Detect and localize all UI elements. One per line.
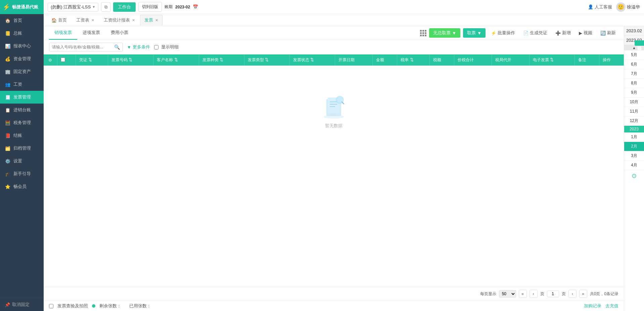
month-2022-10[interactable]: 10月 bbox=[624, 98, 644, 107]
month-2022-11[interactable]: 11月 bbox=[624, 107, 644, 116]
month-2022-8[interactable]: 8月 bbox=[624, 79, 644, 88]
topbar: (勿删) 江西股宝-LSS ▼ ⧉ 工作台 切到旧版 账期 2023-02 📅 … bbox=[44, 0, 644, 14]
sort-icon: ⇅ bbox=[174, 57, 178, 62]
pagination: 每页显示 50 100 200 « ‹ 页 页 › » 共0页，0条记录 bbox=[44, 287, 624, 301]
col-tax[interactable]: 税额 bbox=[429, 54, 454, 66]
sidebar-item-tax[interactable]: 🧮 税务管理 bbox=[0, 116, 44, 129]
grid-view-icon[interactable] bbox=[420, 30, 426, 36]
get-invoice-button[interactable]: 取票 ▼ bbox=[463, 28, 486, 38]
empty-text: 暂无数据 bbox=[325, 123, 342, 129]
month-2023-3[interactable]: 3月 bbox=[624, 151, 644, 161]
last-page-button[interactable]: » bbox=[579, 290, 587, 298]
show-detail-check[interactable] bbox=[154, 45, 158, 49]
subtab-purchase-invoice[interactable]: 进项发票 bbox=[77, 26, 105, 40]
sort-icon: ⇅ bbox=[310, 57, 314, 62]
go-purchase-link[interactable]: 去充值 bbox=[605, 303, 618, 309]
calendar-icon[interactable]: 📅 bbox=[193, 4, 198, 9]
month-2022-7[interactable]: 7月 bbox=[624, 69, 644, 79]
page-input[interactable] bbox=[547, 290, 559, 297]
col-settings[interactable]: ⚙ bbox=[44, 54, 57, 66]
tab-salary[interactable]: 工资表 ✕ bbox=[72, 15, 99, 25]
tab-salary-report-close[interactable]: ✕ bbox=[132, 18, 135, 23]
tab-invoice-close[interactable]: ✕ bbox=[155, 18, 158, 23]
search-input[interactable] bbox=[52, 45, 112, 49]
more-filters-button[interactable]: ▼ 更多条件 bbox=[127, 44, 150, 50]
switch-version-button[interactable]: 切到旧版 bbox=[138, 2, 162, 12]
col-tax-rate[interactable]: 税率 ⇅ bbox=[397, 54, 429, 66]
invoice-check-checkbox[interactable] bbox=[49, 304, 53, 308]
month-2022-9[interactable]: 9月 bbox=[624, 88, 644, 98]
sidebar-item-ledger[interactable]: 📒 总账 bbox=[0, 27, 44, 40]
month-2022-6[interactable]: 6月 bbox=[624, 60, 644, 69]
copy-button[interactable]: ⧉ bbox=[101, 2, 110, 12]
show-detail-checkbox[interactable]: 显示明细 bbox=[154, 44, 179, 50]
select-all-checkbox[interactable] bbox=[61, 57, 65, 62]
sidebar-item-home[interactable]: 🏠 首页 bbox=[0, 14, 44, 27]
col-remark[interactable]: 备注 bbox=[574, 54, 599, 66]
get-invoice-label: 取票 bbox=[467, 30, 476, 36]
subtab-purchase-label: 进项发票 bbox=[83, 30, 100, 35]
company-name: (勿删) 江西股宝-LSS bbox=[51, 4, 91, 10]
sidebar-item-sales-ledger[interactable]: 📋 进销台账 bbox=[0, 104, 44, 116]
month-2023-2[interactable]: 2月 bbox=[624, 142, 644, 151]
page-size-select[interactable]: 50 100 200 bbox=[499, 290, 516, 298]
add-record-link[interactable]: 加购记录 bbox=[584, 303, 601, 309]
sidebar-item-reports[interactable]: 📊 报表中心 bbox=[0, 40, 44, 52]
col-tax-bureau[interactable]: 税局代开 bbox=[492, 54, 529, 66]
company-selector[interactable]: (勿删) 江西股宝-LSS ▼ bbox=[48, 3, 98, 11]
month-2023-1[interactable]: 1月 bbox=[624, 132, 644, 142]
sidebar-item-vip[interactable]: ⭐ 畅会员 bbox=[0, 180, 44, 193]
new-button[interactable]: ➕ 新增 bbox=[553, 28, 573, 38]
refresh-button[interactable]: 🔄 刷新 bbox=[598, 28, 618, 38]
sidebar-item-funds[interactable]: 💰 资金管理 bbox=[0, 52, 44, 65]
tab-salary-close[interactable]: ✕ bbox=[91, 18, 94, 23]
col-invoice-type1[interactable]: 发票种类 ⇅ bbox=[199, 54, 244, 66]
first-page-button[interactable]: « bbox=[519, 290, 527, 298]
subtabs: 销项发票 进项发票 费用小票 无总取票 bbox=[44, 26, 624, 40]
subtab-sales-invoice[interactable]: 销项发票 bbox=[49, 26, 77, 40]
year-2023-header[interactable]: 2023 bbox=[624, 126, 644, 132]
sidebar-item-guide[interactable]: 🎓 新手引导 bbox=[0, 167, 44, 180]
month-2023-4[interactable]: 4月 bbox=[624, 161, 644, 170]
tab-salary-report[interactable]: 工资统计报表 ✕ bbox=[99, 15, 139, 25]
year-2022-section: ▲ 5月 6月 7月 8月 9月 10月 11月 12月 bbox=[624, 45, 644, 126]
refresh-label: 刷新 bbox=[607, 30, 616, 36]
month-2022-12[interactable]: 12月 bbox=[624, 116, 644, 126]
sidebar-item-invoice-mgmt[interactable]: 🧾 发票管理 bbox=[0, 91, 44, 104]
tab-invoice[interactable]: 发票 ✕ bbox=[140, 15, 163, 26]
service-button[interactable]: 👤 人工客服 bbox=[588, 4, 612, 10]
col-invoice-type2[interactable]: 发票类型 ⇅ bbox=[244, 54, 289, 66]
subtab-expense-receipt[interactable]: 费用小票 bbox=[105, 26, 134, 40]
col-status[interactable]: 发票状态 ⇅ bbox=[290, 54, 335, 66]
col-invoice-no[interactable]: 发票号码 ⇅ bbox=[108, 54, 153, 66]
col-total[interactable]: 价税合计 bbox=[454, 54, 492, 66]
sidebar-item-settings[interactable]: ⚙️ 设置 bbox=[0, 155, 44, 167]
workspace-button[interactable]: 工作台 bbox=[113, 2, 136, 12]
col-action[interactable]: 操作 bbox=[599, 54, 624, 66]
tab-home[interactable]: 🏠 首页 bbox=[47, 15, 71, 25]
date-panel-header1[interactable]: 2023.02 bbox=[624, 26, 644, 36]
sidebar-item-assets[interactable]: 🏢 固定资产 bbox=[0, 65, 44, 78]
sidebar-unpin-button[interactable]: 📌 取消固定 bbox=[0, 298, 44, 311]
sidebar-item-close-book[interactable]: 📕 结账 bbox=[0, 129, 44, 142]
page-prefix-label: 页 bbox=[540, 291, 544, 297]
no-invoice-button[interactable]: 无总取票 ▼ bbox=[429, 28, 460, 38]
user-info[interactable]: 🙂 徐溢华 bbox=[616, 2, 640, 12]
col-amount[interactable]: 金额 bbox=[373, 54, 397, 66]
col-e-invoice[interactable]: 电子发票 ⇅ bbox=[529, 54, 574, 66]
month-2022-5[interactable]: 5月 bbox=[624, 50, 644, 60]
avatar: 🙂 bbox=[616, 2, 626, 12]
prev-page-button[interactable]: ‹ bbox=[530, 290, 538, 298]
col-date[interactable]: 开票日期 bbox=[335, 54, 373, 66]
date-panel-collapse-icon[interactable]: ⊙ bbox=[632, 172, 637, 180]
open-period-button[interactable]: 开账日期 bbox=[635, 40, 644, 46]
gen-voucher-button[interactable]: 📄 生成凭证 bbox=[520, 28, 550, 38]
col-customer[interactable]: 客户名称 ⇅ bbox=[153, 54, 199, 66]
col-voucher[interactable]: 凭证 ⇅ bbox=[76, 54, 108, 66]
col-checkbox[interactable] bbox=[57, 54, 76, 66]
video-button[interactable]: ▶ 视频 bbox=[576, 28, 595, 38]
sidebar-item-archive[interactable]: 🗂️ 归档管理 bbox=[0, 142, 44, 155]
sidebar-item-salary[interactable]: 👥 工资 bbox=[0, 78, 44, 91]
next-page-button[interactable]: › bbox=[568, 290, 577, 298]
batch-ops-button[interactable]: ⚡ 批量操作 bbox=[488, 28, 518, 38]
